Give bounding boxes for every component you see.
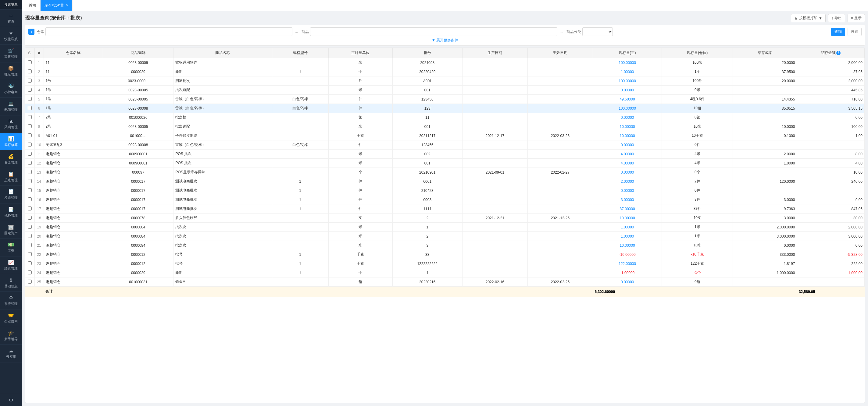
cell-checkbox[interactable]	[25, 268, 34, 277]
cell-checkbox[interactable]	[25, 186, 34, 195]
row-checkbox[interactable]	[28, 252, 32, 256]
cell-checkbox[interactable]	[25, 113, 34, 122]
sidebar-item-invoice[interactable]: 🧾发票管理	[0, 186, 22, 203]
cell-qty-main[interactable]: 0.00000	[593, 186, 661, 195]
row-checkbox[interactable]	[28, 97, 32, 101]
cell-checkbox[interactable]	[25, 140, 34, 149]
cell-qty-main[interactable]: 100.00000	[593, 58, 661, 67]
sidebar-item-fixed-assets[interactable]: 🏢固定资产	[0, 221, 22, 239]
row-checkbox[interactable]	[28, 280, 32, 283]
row-checkbox[interactable]	[28, 234, 32, 238]
search-button[interactable]: 查询	[831, 28, 845, 36]
cell-checkbox[interactable]	[25, 204, 34, 213]
cell-checkbox[interactable]	[25, 177, 34, 186]
cell-checkbox[interactable]	[25, 223, 34, 232]
checkbox-icon[interactable]: ☉	[28, 51, 31, 55]
cell-checkbox[interactable]	[25, 195, 34, 204]
cell-checkbox[interactable]	[25, 232, 34, 241]
sidebar-item-purchase[interactable]: 🛍采购管理	[0, 115, 22, 133]
tab-home[interactable]: 首页	[25, 0, 40, 11]
row-checkbox[interactable]	[28, 106, 32, 110]
row-checkbox[interactable]	[28, 216, 32, 219]
row-checkbox[interactable]	[28, 124, 32, 128]
cell-checkbox[interactable]	[25, 86, 34, 95]
sidebar-item-newbie[interactable]: 🎓新手引导	[0, 327, 22, 345]
print-button[interactable]: 🖨 按模板打印 ▼	[791, 14, 826, 22]
cell-qty-main[interactable]: 100.00000	[593, 104, 661, 113]
row-checkbox[interactable]	[28, 142, 32, 146]
settings-button[interactable]: 设置	[847, 28, 862, 36]
cell-checkbox[interactable]	[25, 104, 34, 113]
sidebar-item-home[interactable]: ⌂首页	[0, 10, 22, 27]
cell-checkbox[interactable]	[25, 58, 34, 67]
row-checkbox[interactable]	[28, 270, 32, 274]
export-button[interactable]: ↑ 导出	[828, 14, 845, 22]
cell-qty-main[interactable]: 49.60000	[593, 95, 661, 104]
cell-checkbox[interactable]	[25, 131, 34, 140]
cell-qty-main[interactable]: 10.00000	[593, 131, 661, 140]
row-checkbox[interactable]	[28, 78, 32, 82]
cell-qty-main[interactable]: 10.00000	[593, 122, 661, 131]
row-checkbox[interactable]	[28, 152, 32, 156]
sidebar-item-quick-nav[interactable]: ★快捷导航	[0, 27, 22, 45]
filter-expand-btn[interactable]: ›	[28, 29, 34, 35]
category-select[interactable]	[582, 27, 613, 36]
total-cost-info-icon[interactable]: i	[836, 51, 841, 55]
sidebar-item-wholesale[interactable]: 📦批发管理	[0, 62, 22, 80]
cell-checkbox[interactable]	[25, 250, 34, 259]
row-checkbox[interactable]	[28, 225, 32, 229]
row-checkbox[interactable]	[28, 60, 32, 64]
row-checkbox[interactable]	[28, 243, 32, 247]
cell-qty-main[interactable]: 10.00000	[593, 241, 661, 250]
sidebar-item-business[interactable]: 📈经营管理	[0, 257, 22, 274]
cell-qty-main[interactable]: 1.00000	[593, 223, 661, 232]
cell-checkbox[interactable]	[25, 159, 34, 168]
sidebar-settings[interactable]: ⚙	[0, 394, 22, 406]
cell-checkbox[interactable]	[25, 259, 34, 268]
display-button[interactable]: ≡ 显示	[847, 14, 865, 22]
sidebar-item-retail[interactable]: 🛒零售管理	[0, 45, 22, 62]
sidebar-logo[interactable]: 搜索菜单	[0, 0, 22, 10]
cell-qty-main[interactable]: 3.00000	[593, 195, 661, 204]
cell-checkbox[interactable]	[25, 213, 34, 223]
row-checkbox[interactable]	[28, 161, 32, 165]
settings-icon[interactable]: ⚙	[9, 397, 13, 403]
cell-checkbox[interactable]	[25, 67, 34, 76]
cell-checkbox[interactable]	[25, 149, 34, 159]
cell-qty-main[interactable]: 100.00000	[593, 76, 661, 86]
cell-checkbox[interactable]	[25, 241, 34, 250]
cell-qty-main[interactable]: 0.00000	[593, 113, 661, 122]
row-checkbox[interactable]	[28, 133, 32, 137]
row-checkbox[interactable]	[28, 188, 32, 192]
cell-qty-main[interactable]: 87.00000	[593, 204, 661, 213]
tab-close-inventory-batch[interactable]: ✕	[66, 3, 69, 7]
tab-inventory-batch[interactable]: 库存批次量✕	[40, 0, 72, 11]
cell-checkbox[interactable]	[25, 122, 34, 131]
row-checkbox[interactable]	[28, 179, 32, 183]
sidebar-item-general[interactable]: 📋总账管理	[0, 168, 22, 186]
row-checkbox[interactable]	[28, 197, 32, 201]
filter-expand-more[interactable]: ▼ 展开更多条件	[28, 38, 862, 43]
sidebar-item-assets[interactable]: 💰资金管理	[0, 150, 22, 168]
row-checkbox[interactable]	[28, 261, 32, 265]
cell-qty-main[interactable]: 0.00000	[593, 140, 661, 149]
th-checkbox[interactable]: ☉	[25, 48, 34, 58]
cell-qty-main[interactable]: 122.00000	[593, 259, 661, 268]
sidebar-item-inventory[interactable]: 📊库存核算	[0, 133, 22, 150]
cell-qty-main[interactable]: -16.00000	[593, 250, 661, 259]
row-checkbox[interactable]	[28, 206, 32, 210]
row-checkbox[interactable]	[28, 88, 32, 92]
row-checkbox[interactable]	[28, 115, 32, 119]
sidebar-item-basic-info[interactable]: ℹ基础信息	[0, 274, 22, 292]
sidebar-item-tax[interactable]: 📑税务管理	[0, 203, 22, 221]
cell-checkbox[interactable]	[25, 95, 34, 104]
cell-qty-main[interactable]: 2.00000	[593, 177, 661, 186]
cell-checkbox[interactable]	[25, 168, 34, 177]
cell-qty-main[interactable]: 1.00000	[593, 67, 661, 76]
cell-checkbox[interactable]	[25, 277, 34, 286]
cell-qty-main[interactable]: 4.00000	[593, 159, 661, 168]
cell-qty-main[interactable]: 0.00000	[593, 277, 661, 286]
sidebar-item-small-ecom[interactable]: 🐳小鲸电商	[0, 80, 22, 98]
cell-qty-main[interactable]: -1.00000	[593, 268, 661, 277]
product-input[interactable]	[310, 27, 557, 36]
